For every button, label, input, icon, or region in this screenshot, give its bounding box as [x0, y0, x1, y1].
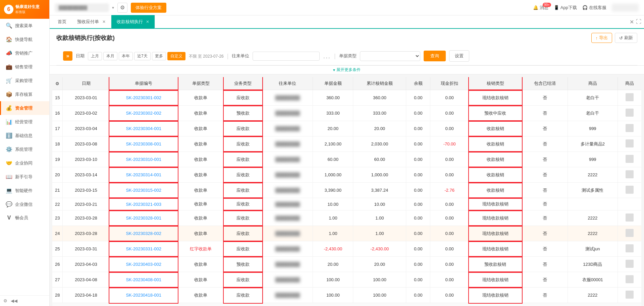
cell-verified: 100.00 — [353, 272, 406, 288]
page-title-row: 收款核销执行(按收款) ↑ 导出 ↺ 刷新 — [56, 33, 637, 43]
col-date: 日期 — [63, 77, 109, 90]
refresh-button[interactable]: ↺ 刷新 — [615, 33, 637, 43]
guide-icon: 📖 — [6, 174, 12, 180]
tab-expand-icon[interactable]: ⛶ — [636, 19, 641, 25]
cell-doc-no[interactable]: SK-20230314-001 — [109, 167, 178, 183]
cell-verified: 1.00 — [353, 210, 406, 226]
table-row: 272023-04-08SK-20230408-001收款单应收款███████… — [52, 272, 641, 288]
gear-button[interactable]: ⚙ — [117, 3, 127, 13]
tab-collection-verification[interactable]: 收款核销执行 ✕ — [111, 15, 155, 28]
headset-icon: 🎧 — [582, 5, 588, 10]
last-month-btn[interactable]: 上月 — [88, 52, 102, 60]
sidebar-item-search[interactable]: 🔍 搜索菜单 — [0, 19, 49, 33]
sidebar-item-enterprise[interactable]: 🤝 企业协同 — [0, 156, 49, 170]
table-row: 182023-03-08SK-20230308-001收款单应收款███████… — [52, 136, 641, 152]
sidebar-item-wechat[interactable]: 💬 企业微信 — [0, 197, 49, 211]
sidebar-item-marketing[interactable]: 📣 营销推广 — [0, 46, 49, 60]
sidebar-item-operations[interactable]: 📊 经营管理 — [0, 115, 49, 129]
cell-date: 2023-03-10 — [63, 152, 109, 167]
table-area[interactable]: ⚙ 日期 单据编号 单据类型 业务类型 往来单位 单据金额 累计核销金额 余额 … — [52, 77, 641, 306]
export-button[interactable]: ↑ 导出 — [591, 33, 612, 43]
cell-cash-discount: 0.00 — [430, 198, 469, 210]
cell-cash-discount: 0.00 — [430, 90, 469, 106]
sidebar-item-purchase[interactable]: 🛒 采购管理 — [0, 74, 49, 87]
custom-date-btn[interactable]: 自定义 — [167, 52, 185, 60]
cell-doc-no[interactable]: SK-20230310-001 — [109, 152, 178, 167]
date-quick-buttons: 上月 本月 本年 近7天 更多 自定义 — [88, 52, 185, 60]
cell-doc-no[interactable]: SK-20230301-002 — [109, 90, 178, 106]
filter-expand-button[interactable]: » — [63, 51, 72, 61]
sidebar-item-guide[interactable]: 📖 新手引导 — [0, 170, 49, 184]
cell-doc-no[interactable]: SK-20230304-001 — [109, 121, 178, 136]
settings-bottom-icon[interactable]: ⚙ — [3, 298, 7, 303]
cell-doc-no[interactable]: SK-20230418-001 — [109, 288, 178, 303]
cell-counterpart: ████████ — [262, 167, 313, 183]
cell-doc-no[interactable]: SK-20230315-002 — [109, 183, 178, 198]
notification-item[interactable]: 🔔 消息 99+ — [533, 5, 548, 11]
tab-prepayment[interactable]: 预收应付单 ✕ — [72, 15, 111, 28]
online-service-label: 在线客服 — [589, 5, 606, 11]
cell-biz-type: 应收款 — [224, 183, 262, 198]
col-settings-icon[interactable]: ⚙ — [52, 77, 63, 90]
sidebar-item-sales[interactable]: 💼 销售管理 — [0, 60, 49, 74]
doc-type-select[interactable] — [360, 51, 420, 61]
chevron-down-icon[interactable]: ▾ — [112, 5, 114, 10]
app-download-item[interactable]: 📱 App下载 — [554, 5, 577, 11]
sidebar-item-inventory[interactable]: 📦 库存核算 — [0, 87, 49, 101]
cell-include-cleared: 否 — [522, 288, 568, 303]
cell-verified: 1.00 — [353, 226, 406, 241]
more-date-btn[interactable]: 更多 — [152, 52, 166, 60]
counterpart-input[interactable] — [253, 52, 320, 61]
tab-home[interactable]: 首页 — [52, 15, 72, 28]
cell-product1: 123D商品 — [568, 257, 618, 272]
cell-doc-no[interactable]: SK-20230328-002 — [109, 226, 178, 241]
notification-badge: 99+ — [543, 3, 551, 7]
cell-date: 2023-03-14 — [63, 167, 109, 183]
tab-close-prepayment[interactable]: ✕ — [102, 19, 106, 24]
cell-product2 — [618, 152, 641, 167]
this-year-btn[interactable]: 本年 — [119, 52, 133, 60]
cell-product2 — [618, 226, 641, 241]
this-month-btn[interactable]: 本月 — [103, 52, 117, 60]
industry-solution-button[interactable]: 体验行业方案 — [131, 3, 166, 13]
cell-biz-type: 应收款 — [224, 167, 262, 183]
sidebar-item-hardware[interactable]: 💻 智能硬件 — [0, 184, 49, 197]
tab-close-all-icon[interactable]: ✕ — [630, 19, 634, 25]
cell-doc-type: 收款单 — [178, 210, 224, 226]
sidebar-item-member[interactable]: V 畅会员 — [0, 211, 49, 225]
sidebar-item-quick[interactable]: 🏠 快捷导航 — [0, 33, 49, 46]
online-service-item[interactable]: 🎧 在线客服 — [582, 5, 606, 11]
cell-product2 — [618, 121, 641, 136]
date-range-text: 不限 至 2023-07-26 — [189, 54, 224, 59]
sidebar-item-system[interactable]: ⚙️ 系统管理 — [0, 142, 49, 156]
query-button[interactable]: 查询 — [424, 51, 446, 61]
cell-verified: 3,387.24 — [353, 183, 406, 198]
cell-biz-type: 预收款 — [224, 257, 262, 272]
cell-product2 — [618, 272, 641, 288]
cell-doc-no[interactable]: SK-20230321-003 — [109, 198, 178, 210]
cell-doc-no[interactable]: SK-20230331-002 — [109, 241, 178, 257]
cell-amount: 360.00 — [313, 90, 353, 106]
table-header-row: ⚙ 日期 单据编号 单据类型 业务类型 往来单位 单据金额 累计核销金额 余额 … — [52, 77, 641, 90]
cell-doc-no[interactable]: SK-20230308-001 — [109, 136, 178, 152]
last7days-btn[interactable]: 近7天 — [134, 52, 151, 60]
sidebar-item-finance[interactable]: 💰 资金管理 — [0, 101, 49, 115]
cell-doc-no[interactable]: SK-20230408-001 — [109, 272, 178, 288]
tab-close-collection[interactable]: ✕ — [146, 19, 149, 24]
cell-date: 2023-03-28 — [63, 226, 109, 241]
cell-doc-no[interactable]: SK-20230328-001 — [109, 210, 178, 226]
cell-doc-no[interactable]: SK-20230403-002 — [109, 257, 178, 272]
cell-biz-type: 应收款 — [224, 288, 262, 303]
cell-counterpart: ████████ — [262, 226, 313, 241]
table-row: 262023-04-03SK-20230403-002收款单预收款███████… — [52, 257, 641, 272]
settings-button[interactable]: 设置 — [449, 50, 469, 62]
cell-verified: 333.00 — [353, 106, 406, 121]
cell-doc-no[interactable]: SK-20230302-002 — [109, 106, 178, 121]
counterpart-label: 往来单位 — [232, 53, 249, 59]
sidebar-item-basic[interactable]: ℹ️ 基础信息 — [0, 129, 49, 142]
cell-product1: 2222 — [568, 210, 618, 226]
cell-verify-type: 现结收款核销 — [469, 90, 522, 106]
collapse-icon[interactable]: ◀◀ — [11, 298, 17, 303]
expand-more-button[interactable]: ▾ 展开更多条件 — [333, 67, 361, 73]
cell-biz-type: 应收款 — [224, 121, 262, 136]
